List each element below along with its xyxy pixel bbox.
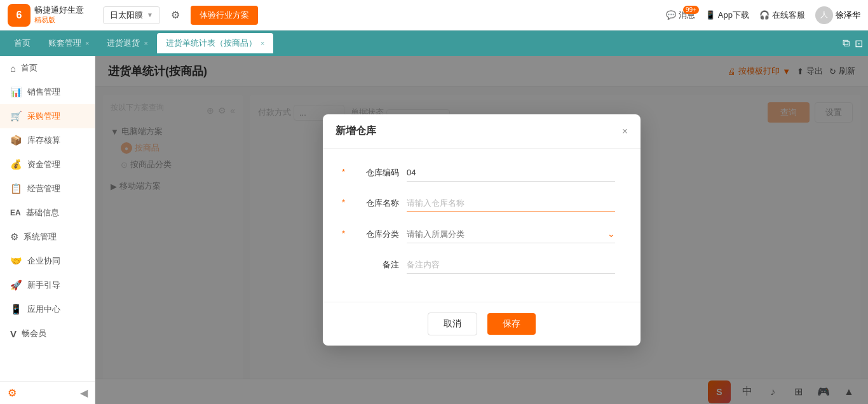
logo-area: 6 畅捷通好生意 精易版 bbox=[8, 4, 103, 27]
tab-bar: 首页 账套管理 × 进货退货 × 进货单统计表（按商品） × ⧉ ⊡ bbox=[0, 30, 868, 56]
tab-account[interactable]: 账套管理 × bbox=[39, 33, 98, 53]
sidebar-bottom: ⚙ ◀ bbox=[0, 381, 95, 404]
store-selector[interactable]: 日太阳膜 ▼ bbox=[103, 6, 160, 24]
sidebar-item-app-center[interactable]: 📱 应用中心 bbox=[0, 297, 95, 321]
sidebar-item-sales[interactable]: 📊 销售管理 bbox=[0, 80, 95, 104]
field-category-input[interactable] bbox=[407, 229, 607, 239]
field-category-label: 仓库分类 bbox=[348, 229, 399, 240]
modal-header: 新增仓库 × bbox=[323, 114, 641, 149]
tab-bar-controls: ⧉ ⊡ bbox=[843, 37, 863, 50]
finance-icon: 💰 bbox=[10, 159, 22, 170]
modal-title: 新增仓库 bbox=[336, 125, 376, 138]
sidebar-item-inventory[interactable]: 📦 库存核算 bbox=[0, 128, 95, 152]
headset-icon: 🎧 bbox=[759, 10, 770, 20]
app-center-icon: 📱 bbox=[10, 304, 22, 315]
modal-overlay: 新增仓库 × 仓库编码 仓库名称 bbox=[95, 56, 868, 404]
sidebar-item-finance-label: 资金管理 bbox=[27, 159, 60, 170]
trial-button[interactable]: 体验行业方案 bbox=[191, 6, 258, 25]
tab-purchase-return-label: 进货退货 bbox=[107, 37, 140, 49]
main-content: 进货单统计(按商品) 🖨 按模板打印 ▼ ⬆ 导出 ↻ 刷新 bbox=[95, 56, 868, 404]
sidebar-item-home-label: 首页 bbox=[21, 62, 37, 74]
system-icon: ⚙ bbox=[10, 231, 18, 243]
message-item[interactable]: 💬 消息 99+ bbox=[666, 10, 695, 21]
sidebar-item-guide[interactable]: 🚀 新手引导 bbox=[0, 273, 95, 297]
logo-icon: 6 bbox=[8, 4, 31, 27]
form-row-note: 备注 bbox=[348, 256, 615, 274]
sidebar-item-home[interactable]: ⌂ 首页 bbox=[0, 56, 95, 80]
sidebar-settings-icon[interactable]: ⚙ bbox=[8, 387, 17, 399]
tab-purchase-stats-close-icon[interactable]: × bbox=[261, 39, 264, 47]
field-name-label: 仓库名称 bbox=[348, 198, 399, 209]
sidebar-item-sales-label: 销售管理 bbox=[27, 86, 60, 98]
settings-icon[interactable]: ⚙ bbox=[165, 5, 186, 25]
online-service-label: 在线客服 bbox=[772, 10, 805, 21]
sidebar: ⌂ 首页 📊 销售管理 🛒 采购管理 📦 库存核算 💰 资金管理 📋 经营管理 … bbox=[0, 56, 95, 404]
sidebar-item-basic-info-label: 基础信息 bbox=[26, 207, 59, 219]
tab-home[interactable]: 首页 bbox=[5, 33, 39, 53]
field-code-input[interactable] bbox=[407, 164, 615, 182]
enterprise-icon: 🤝 bbox=[10, 255, 22, 267]
modal-footer: 取消 保存 bbox=[323, 302, 641, 346]
category-dropdown-icon: ⌄ bbox=[607, 229, 615, 239]
message-icon: 💬 bbox=[666, 10, 676, 20]
sidebar-item-vip-label: 畅会员 bbox=[22, 328, 46, 339]
tab-purchase-return-close-icon[interactable]: × bbox=[144, 39, 147, 47]
modal-body: 仓库编码 仓库名称 仓库分类 ⌄ bbox=[323, 149, 641, 302]
field-name-input[interactable] bbox=[407, 194, 615, 212]
logo-sub: 精易版 bbox=[34, 15, 84, 25]
tab-purchase-stats-label: 进货单统计表（按商品） bbox=[166, 37, 257, 49]
form-row-category: 仓库分类 ⌄ bbox=[348, 225, 615, 243]
tab-purchase-return[interactable]: 进货退货 × bbox=[98, 33, 156, 53]
sidebar-item-system-label: 系统管理 bbox=[24, 231, 57, 243]
guide-icon: 🚀 bbox=[10, 279, 22, 291]
tab-account-close-icon[interactable]: × bbox=[85, 39, 89, 47]
sidebar-item-enterprise[interactable]: 🤝 企业协同 bbox=[0, 249, 95, 273]
online-service-item[interactable]: 🎧 在线客服 bbox=[759, 10, 805, 21]
app-download-label: App下载 bbox=[718, 10, 749, 21]
sidebar-collapse-icon[interactable]: ◀ bbox=[80, 387, 88, 399]
operations-icon: 📋 bbox=[10, 183, 22, 194]
field-note-label: 备注 bbox=[348, 259, 399, 271]
tab-purchase-stats[interactable]: 进货单统计表（按商品） × bbox=[157, 33, 273, 53]
home-icon: ⌂ bbox=[10, 63, 16, 74]
sidebar-item-enterprise-label: 企业协同 bbox=[27, 255, 60, 267]
user-name: 徐泽华 bbox=[836, 10, 860, 21]
tab-home-label: 首页 bbox=[14, 37, 31, 49]
cancel-button[interactable]: 取消 bbox=[428, 313, 477, 335]
logo-name: 畅捷通好生意 bbox=[34, 5, 84, 16]
form-row-code: 仓库编码 bbox=[348, 164, 615, 182]
modal-close-button[interactable]: × bbox=[622, 126, 628, 137]
header-right: 💬 消息 99+ 📱 App下载 🎧 在线客服 人 徐泽华 bbox=[666, 6, 860, 24]
field-category-select[interactable]: ⌄ bbox=[407, 225, 615, 243]
sidebar-item-purchase[interactable]: 🛒 采购管理 bbox=[0, 104, 95, 128]
sidebar-item-operations[interactable]: 📋 经营管理 bbox=[0, 177, 95, 201]
save-button[interactable]: 保存 bbox=[487, 313, 536, 335]
purchase-icon: 🛒 bbox=[10, 111, 22, 122]
vip-icon: V bbox=[10, 328, 17, 339]
sidebar-item-inventory-label: 库存核算 bbox=[27, 135, 60, 146]
sidebar-item-purchase-label: 采购管理 bbox=[27, 111, 60, 122]
avatar: 人 bbox=[815, 6, 833, 24]
tab-restore-icon[interactable]: ⧉ bbox=[843, 37, 850, 49]
user-avatar-area[interactable]: 人 徐泽华 bbox=[815, 6, 860, 24]
store-name: 日太阳膜 bbox=[110, 10, 143, 21]
tab-fullscreen-icon[interactable]: ⊡ bbox=[855, 37, 863, 50]
sidebar-item-operations-label: 经营管理 bbox=[27, 183, 60, 194]
sales-icon: 📊 bbox=[10, 86, 22, 98]
sidebar-item-app-center-label: 应用中心 bbox=[27, 304, 60, 315]
app-download-item[interactable]: 📱 App下载 bbox=[705, 10, 749, 21]
phone-icon: 📱 bbox=[705, 10, 715, 20]
top-header: 6 畅捷通好生意 精易版 日太阳膜 ▼ ⚙ 体验行业方案 💬 消息 99+ 📱 … bbox=[0, 0, 868, 30]
field-note-input[interactable] bbox=[407, 256, 615, 274]
basic-info-icon: EA bbox=[10, 208, 21, 217]
sidebar-item-vip[interactable]: V 畅会员 bbox=[0, 321, 95, 346]
sidebar-item-guide-label: 新手引导 bbox=[27, 279, 60, 291]
main-layout: ⌂ 首页 📊 销售管理 🛒 采购管理 📦 库存核算 💰 资金管理 📋 经营管理 … bbox=[0, 56, 868, 404]
inventory-icon: 📦 bbox=[10, 135, 22, 146]
sidebar-item-finance[interactable]: 💰 资金管理 bbox=[0, 152, 95, 177]
sidebar-item-basic-info[interactable]: EA 基础信息 bbox=[0, 201, 95, 225]
sidebar-item-system[interactable]: ⚙ 系统管理 bbox=[0, 225, 95, 249]
modal-new-warehouse: 新增仓库 × 仓库编码 仓库名称 bbox=[323, 114, 641, 346]
store-arrow-icon: ▼ bbox=[147, 11, 153, 18]
field-code-label: 仓库编码 bbox=[348, 167, 399, 178]
